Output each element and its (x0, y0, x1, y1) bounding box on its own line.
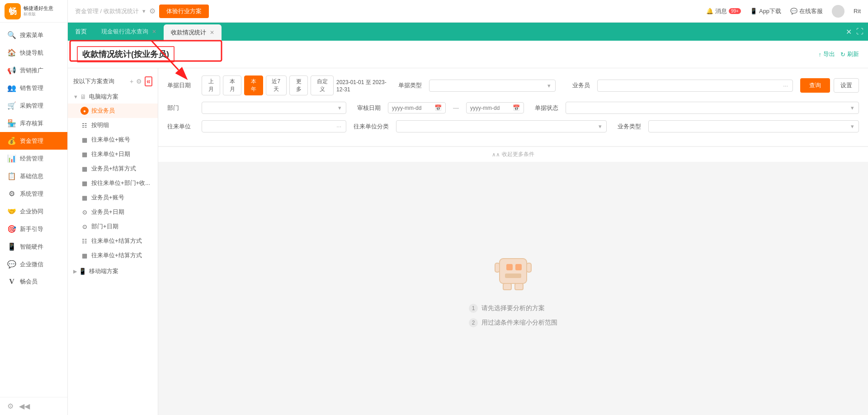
refresh-btn[interactable]: ↻ 刷新 (840, 50, 859, 58)
calendar2-icon[interactable]: 📅 (513, 104, 520, 111)
review-date-to-field[interactable] (470, 105, 511, 111)
sidebar-item-marketing[interactable]: 📢 营销推广 (0, 61, 67, 79)
query-btn[interactable]: 查询 (800, 78, 830, 93)
review-date-from-input[interactable]: 📅 (388, 102, 446, 113)
tree-item-by-salesperson[interactable]: ● 按业务员 (68, 104, 158, 118)
user-avatar[interactable] (832, 5, 844, 18)
tree-item-partner-settlement1[interactable]: ☷ 往来单位+结算方式 (68, 234, 158, 248)
circle-icon: ⊙ (80, 209, 89, 216)
sidebar-item-operations[interactable]: 📊 经营管理 (0, 150, 67, 167)
content-area: 按以下方案查询 + ⚙ « ▼ 🖥 电脑端方案 (68, 68, 868, 415)
doc-status-select[interactable]: ▾ (566, 102, 859, 114)
partner-more-icon[interactable]: ··· (336, 123, 341, 130)
partner-type-dropdown-icon: ▾ (599, 123, 602, 130)
finance-icon: 💰 (7, 137, 16, 145)
tree-section-desktop-header[interactable]: ▼ 🖥 电脑端方案 (68, 90, 158, 104)
date-btn-more[interactable]: 更多 (289, 75, 308, 95)
step-2-label: 用过滤条件来缩小分析范围 (481, 319, 557, 327)
trial-btn[interactable]: 体验行业方案 (159, 5, 209, 18)
sidebar-item-wechat[interactable]: 💬 企业微信 (0, 255, 67, 273)
export-btn[interactable]: ↑ 导出 (819, 50, 835, 58)
partner-type-select[interactable]: ▾ (396, 120, 607, 132)
date-btn-this-year[interactable]: 本年 (244, 75, 263, 95)
review-date-label: 审核日期 (354, 104, 381, 112)
sidebar-item-smart-hw[interactable]: 📱 智能硬件 (0, 238, 67, 255)
review-date-to-input[interactable]: 📅 (466, 102, 524, 113)
step-2-num: 2 (469, 318, 478, 327)
tab-close-all-icon[interactable]: ✕ (846, 28, 852, 36)
doc-type-select[interactable]: ▾ (429, 80, 556, 92)
bottom-settings-icon[interactable]: ⚙ (7, 402, 14, 410)
sidebar-item-label: 智能硬件 (20, 243, 43, 251)
settings-btn[interactable]: 设置 (834, 78, 859, 93)
tree-item-dept-date[interactable]: ⊙ 部门+日期 (68, 219, 158, 234)
sidebar-item-vip[interactable]: V 畅会员 (0, 273, 67, 290)
sidebar-item-quick-nav[interactable]: 🏠 快捷导航 (0, 44, 67, 61)
tree-item-partner-dept[interactable]: ▦ 按往来单位+部门+收... (68, 176, 158, 190)
sidebar-item-label: 新手引导 (20, 225, 43, 233)
tree-item-label: 往来单位+结算方式 (91, 237, 142, 245)
sidebar-item-sales[interactable]: 👥 销售管理 (0, 79, 67, 97)
tab-maximize-icon[interactable]: ⛶ (856, 28, 863, 36)
tree-section-mobile-header[interactable]: ▶ 📱 移动端方案 (68, 264, 158, 278)
tree-item-by-detail[interactable]: ☷ 按明细 (68, 118, 158, 132)
export-icon: ↑ (819, 51, 822, 58)
dept-select[interactable]: ▾ (202, 102, 346, 114)
notification-btn[interactable]: 🔔 消息 99+ (706, 7, 741, 15)
online-service-label: 在线客服 (799, 7, 823, 15)
tab-receipt-stats[interactable]: 收款情况统计 ✕ (164, 24, 222, 41)
sidebar-nav: 🔍 搜索菜单 🏠 快捷导航 📢 营销推广 👥 销售管理 🛒 采购管理 🏪 (0, 23, 67, 397)
partner-select[interactable]: ··· (202, 120, 346, 132)
desktop-section-label: 电脑端方案 (89, 93, 118, 101)
salesperson-select[interactable]: ··· (597, 80, 793, 92)
tab-home[interactable]: 首页 (68, 23, 94, 41)
tree-item-partner-account[interactable]: ▦ 往来单位+账号 (68, 132, 158, 147)
sidebar-item-search[interactable]: 🔍 搜索菜单 (0, 26, 67, 44)
panel-header-icons: + ⚙ « (130, 76, 152, 86)
tree-item-salesperson-date[interactable]: ⊙ 业务员+日期 (68, 205, 158, 219)
tab-bank-flow[interactable]: 现金银行流水查询 ✕ (94, 23, 164, 41)
date-btn-this-month[interactable]: 本月 (223, 75, 241, 95)
sidebar-item-label: 经营管理 (20, 155, 43, 163)
sidebar-item-system[interactable]: ⚙ 系统管理 (0, 185, 67, 203)
panel-header: 按以下方案查询 + ⚙ « (68, 73, 158, 90)
grid-icon: ▦ (80, 137, 89, 143)
sidebar-bottom: ⚙ ◀◀ (0, 397, 67, 415)
date-btn-last-7days[interactable]: 近7天 (266, 75, 287, 95)
logo-area: 畅 畅捷通好生意 标准版 (0, 0, 67, 23)
review-date-from-field[interactable] (392, 105, 433, 111)
tab-bar-controls: ✕ ⛶ (846, 28, 868, 36)
tree-item-salesperson-account[interactable]: ▦ 业务员+账号 (68, 190, 158, 205)
breadcrumb-dropdown-icon[interactable]: ▾ (142, 8, 146, 14)
sidebar-item-basic-info[interactable]: 📋 基础信息 (0, 167, 67, 185)
tree-section-mobile: ▶ 📱 移动端方案 (68, 264, 158, 278)
doc-status-dropdown-icon: ▾ (851, 104, 854, 111)
panel-add-icon[interactable]: + (130, 78, 133, 85)
sidebar-item-guide[interactable]: 🎯 新手引导 (0, 220, 67, 238)
panel-settings-icon[interactable]: ⚙ (136, 78, 142, 85)
panel-collapse-icon[interactable]: « (145, 76, 152, 86)
header-settings-icon[interactable]: ⚙ (149, 7, 156, 15)
sidebar-item-purchase[interactable]: 🛒 采购管理 (0, 97, 67, 114)
svg-rect-0 (500, 259, 527, 283)
app-download-btn[interactable]: 📱 App下载 (750, 7, 781, 15)
online-service-btn[interactable]: 💬 在线客服 (790, 7, 823, 15)
tree-item-salesperson-settlement[interactable]: ▦ 业务员+结算方式 (68, 161, 158, 176)
biz-type-select[interactable]: ▾ (648, 120, 859, 132)
empty-illustration (486, 250, 540, 295)
tree-item-partner-settlement2[interactable]: ▦ 往来单位+结算方式 (68, 248, 158, 263)
notification-badge: 99+ (729, 8, 741, 14)
date-btn-custom[interactable]: 自定义 (311, 75, 334, 95)
date-btn-last-month[interactable]: 上月 (202, 75, 220, 95)
tab-receipt-stats-close-icon[interactable]: ✕ (210, 29, 214, 36)
tree-item-partner-date[interactable]: ▦ 往来单位+日期 (68, 147, 158, 161)
sidebar-item-warehouse[interactable]: 🏪 库存核算 (0, 114, 67, 132)
collapse-bar[interactable]: ∧∧ 收起更多条件 (158, 146, 868, 162)
sidebar-item-enterprise[interactable]: 🤝 企业协同 (0, 203, 67, 220)
tab-bank-flow-close-icon[interactable]: ✕ (152, 28, 156, 35)
sidebar-item-label: 库存核算 (20, 119, 43, 127)
cart-icon: 🛒 (7, 101, 16, 110)
bottom-collapse-icon[interactable]: ◀◀ (19, 402, 30, 410)
sidebar-item-finance[interactable]: 💰 资金管理 (0, 132, 67, 150)
calendar-icon[interactable]: 📅 (434, 104, 442, 111)
